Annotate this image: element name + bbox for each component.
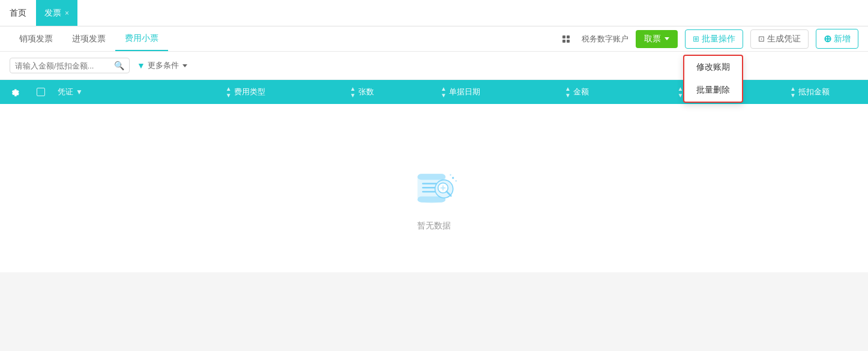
nav-tab-label: 发票: [44, 8, 61, 19]
sub-tabs-right: 税务数字账户 取票 ⊞ 批量操作 修改账期 批量删除 ⊡ 生成凭证 ⊕ 新增: [558, 29, 858, 49]
sort-icon-expense[interactable]: ▲▼: [226, 86, 232, 99]
nav-tab-invoice[interactable]: 发票 ×: [36, 0, 77, 26]
dropdown-item-modify-period[interactable]: 修改账期: [684, 56, 742, 79]
batch-ops-icon: ⊞: [693, 34, 699, 43]
gen-voucher-button[interactable]: ⊡ 生成凭证: [750, 29, 809, 49]
close-icon[interactable]: ×: [65, 9, 69, 17]
search-icon: 🔍: [114, 61, 124, 70]
more-conditions-button[interactable]: ▼ 更多条件: [137, 60, 187, 71]
select-all-checkbox[interactable]: [37, 88, 45, 96]
th-voucher: 凭证 ▼: [53, 80, 169, 104]
th-settings[interactable]: [0, 80, 29, 104]
empty-text: 暂无数据: [417, 221, 451, 231]
tab-expense-ticket[interactable]: 费用小票: [115, 26, 168, 51]
sort-icon-amount[interactable]: ▲▼: [565, 86, 571, 99]
sort-icon-deduction-amount[interactable]: ▲▼: [790, 86, 796, 99]
tab-sales-invoice[interactable]: 销项发票: [10, 26, 62, 51]
plus-icon: ⊕: [824, 33, 831, 44]
svg-point-13: [455, 180, 457, 182]
filter-icon: ▼: [137, 61, 145, 70]
add-new-button[interactable]: ⊕ 新增: [816, 29, 858, 49]
more-conditions-chevron: [182, 64, 187, 67]
tab-purchase-invoice[interactable]: 进项发票: [62, 26, 115, 51]
voucher-filter-icon[interactable]: ▼: [76, 88, 83, 96]
search-input[interactable]: [15, 61, 114, 70]
svg-rect-2: [418, 174, 446, 180]
nav-home[interactable]: 首页: [0, 0, 36, 26]
batch-ops-wrapper: ⊞ 批量操作 修改账期 批量删除: [685, 29, 743, 49]
take-ticket-dropdown-icon: [665, 37, 669, 40]
th-amount: ▲▼ 金额: [519, 80, 635, 104]
settings-icon: [9, 87, 20, 97]
th-deduction-amount: ▲▼ 抵扣金额: [752, 80, 868, 104]
th-date: ▲▼ 单据日期: [402, 80, 519, 104]
sort-icon-count[interactable]: ▲▼: [350, 86, 356, 99]
top-nav: 首页 发票 ×: [0, 0, 868, 26]
gen-voucher-icon: ⊡: [758, 34, 765, 43]
search-input-wrap: 🔍: [10, 58, 130, 73]
svg-point-14: [450, 174, 451, 176]
sort-icon-deduction-rate[interactable]: ▲▼: [678, 86, 684, 99]
take-ticket-button[interactable]: 取票: [636, 30, 678, 48]
sub-tabs-left: 销项发票 进项发票 费用小票: [10, 26, 168, 51]
th-expense-type: ▲▼ 费用类型: [169, 80, 321, 104]
empty-illustration: [404, 157, 464, 211]
qr-icon: [562, 35, 570, 43]
tax-digital-account[interactable]: 税务数字账户: [582, 34, 628, 44]
qr-code-button[interactable]: [558, 33, 574, 45]
batch-ops-dropdown: 修改账期 批量删除: [683, 55, 743, 103]
dropdown-item-batch-delete[interactable]: 批量删除: [684, 79, 742, 102]
svg-point-12: [452, 177, 454, 179]
th-count: ▲▼ 张数: [321, 80, 402, 104]
empty-state: 暂无数据: [0, 104, 868, 272]
sort-icon-date[interactable]: ▲▼: [441, 86, 447, 99]
th-checkbox[interactable]: [29, 80, 53, 104]
sub-tabs-bar: 销项发票 进项发票 费用小票 税务数字账户 取票 ⊞ 批量操作: [0, 26, 868, 52]
batch-ops-button[interactable]: ⊞ 批量操作: [685, 29, 743, 49]
